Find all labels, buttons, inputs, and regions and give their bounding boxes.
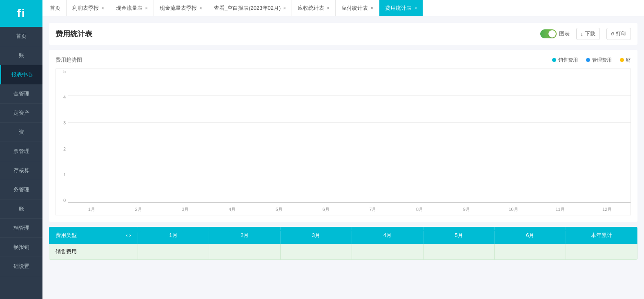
y-label-4: 4 <box>63 95 66 100</box>
print-label: 打印 <box>616 30 626 38</box>
legend-sales-expense: 销售费用 <box>552 57 578 64</box>
download-icon: ↓ <box>581 31 584 37</box>
dot-2 <box>136 228 141 232</box>
content-area: 费用统计表 图表 ↓ 下载 ⎙ 打印 <box>42 16 644 299</box>
dot-6 <box>322 228 327 232</box>
legend-label-finance: 财 <box>626 57 631 64</box>
sidebar-item-settings[interactable]: 础设置 <box>0 257 42 276</box>
legend-dot-sales <box>552 58 556 62</box>
legend-dot-finance <box>620 58 624 62</box>
x-label-2: 2月 <box>115 206 162 213</box>
tab-home[interactable]: 首页 <box>44 0 67 16</box>
y-label-5: 5 <box>63 69 66 74</box>
toggle-label: 图表 <box>559 30 570 38</box>
tab-blank-report[interactable]: 查看_空白报表(2023年02月) × <box>208 0 292 16</box>
x-axis-labels: 1月 2月 3月 4月 5月 6月 7月 8月 9月 10月 11月 12月 <box>68 204 631 215</box>
tab-cashflow-label: 现金流量表 <box>116 4 143 12</box>
x-label-9: 9月 <box>443 206 490 213</box>
th-type-label: 费用类型 <box>56 232 77 239</box>
toggle-thumb <box>548 30 556 38</box>
print-button[interactable]: ⎙ 打印 <box>606 28 631 40</box>
dot-9 <box>461 228 467 232</box>
tab-profit-quarterly[interactable]: 利润表季报 × <box>67 0 110 16</box>
tab-home-label: 首页 <box>50 4 60 12</box>
td-sales-m1 <box>138 244 209 259</box>
sidebar-item-expense-report[interactable]: 畅报销 <box>0 238 42 257</box>
sidebar-item-fixed-assets[interactable]: 定资产 <box>0 104 42 123</box>
td-sales-m3 <box>281 244 352 259</box>
x-label-1: 1月 <box>68 206 115 213</box>
y-label-3: 3 <box>63 120 66 125</box>
chart-title: 费用趋势图 <box>56 56 82 64</box>
td-sales-yearly <box>566 244 637 259</box>
tab-bar: 首页 利润表季报 × 现金流量表 × 现金流量表季报 × 查看_空白报表(202… <box>42 0 644 16</box>
sidebar: fi 首页 账 报表中心 金管理 定资产 资 票管理 存核算 务管理 账 档管理… <box>0 0 42 299</box>
legend-label-admin: 管理费用 <box>592 57 612 64</box>
dot-3 <box>182 228 187 232</box>
tab-receivable[interactable]: 应收统计表 × <box>292 0 336 16</box>
tab-expense-stats[interactable]: 费用统计表 × <box>379 0 423 16</box>
sidebar-item-inventory[interactable]: 存核算 <box>0 161 42 180</box>
x-label-12: 12月 <box>584 206 631 213</box>
tab-blank-report-close[interactable]: × <box>283 5 286 11</box>
chart-toggle[interactable]: 图表 <box>540 29 570 38</box>
sidebar-item-invoice-mgmt[interactable]: 票管理 <box>0 142 42 161</box>
sidebar-item-home[interactable]: 首页 <box>0 27 42 46</box>
x-label-11: 11月 <box>537 206 584 213</box>
tab-cashflow-quarterly[interactable]: 现金流量表季报 × <box>154 0 208 16</box>
td-sales-m5 <box>423 244 495 259</box>
tab-cashflow-quarterly-close[interactable]: × <box>199 5 202 11</box>
dot-10 <box>508 228 513 232</box>
y-label-1: 1 <box>63 172 66 177</box>
chart-section: 费用趋势图 销售费用 管理费用 财 <box>49 50 637 222</box>
legend-label-sales: 销售费用 <box>558 57 578 64</box>
th-arrow-right[interactable]: › <box>129 233 131 238</box>
dot-12 <box>601 228 606 232</box>
legend-finance-expense: 财 <box>620 57 631 64</box>
download-button[interactable]: ↓ 下载 <box>576 28 600 40</box>
tab-cashflow-quarterly-label: 现金流量表季报 <box>160 4 197 12</box>
tab-expense-stats-close[interactable]: × <box>414 5 417 11</box>
tab-cashflow[interactable]: 现金流量表 × <box>110 0 154 16</box>
tab-payable-label: 应付统计表 <box>341 4 368 12</box>
x-label-8: 8月 <box>396 206 443 213</box>
x-label-3: 3月 <box>162 206 209 213</box>
legend-dot-admin <box>586 58 590 62</box>
sidebar-item-ledger[interactable]: 账 <box>0 199 42 219</box>
y-axis-labels: 5 4 3 2 1 0 <box>56 69 68 203</box>
td-type-sales: 销售费用 <box>49 244 138 259</box>
toggle-track[interactable] <box>540 29 557 38</box>
tab-payable-close[interactable]: × <box>370 5 373 11</box>
legend-admin-expense: 管理费用 <box>586 57 612 64</box>
tab-cashflow-close[interactable]: × <box>145 5 148 11</box>
tab-profit-quarterly-close[interactable]: × <box>101 5 104 11</box>
page-title: 费用统计表 <box>56 29 92 39</box>
sidebar-item-cash-mgmt[interactable]: 金管理 <box>0 84 42 104</box>
tab-expense-stats-label: 费用统计表 <box>385 4 412 12</box>
download-label: 下载 <box>585 30 595 38</box>
chart-header: 费用趋势图 销售费用 管理费用 财 <box>56 56 631 64</box>
page-header: 费用统计表 图表 ↓ 下载 ⎙ 打印 <box>49 23 637 45</box>
dot-5 <box>275 228 281 232</box>
dot-4 <box>229 228 234 232</box>
sidebar-logo: fi <box>0 0 42 27</box>
sidebar-item-archive-mgmt[interactable]: 档管理 <box>0 219 42 238</box>
x-label-10: 10月 <box>490 206 537 213</box>
y-label-0: 0 <box>63 198 66 203</box>
tab-payable[interactable]: 应付统计表 × <box>336 0 379 16</box>
sidebar-item-capital[interactable]: 资 <box>0 123 42 142</box>
x-label-4: 4月 <box>209 206 256 213</box>
x-label-5: 5月 <box>256 206 303 213</box>
tab-receivable-close[interactable]: × <box>327 5 330 11</box>
sidebar-item-account[interactable]: 账 <box>0 46 42 65</box>
chart-container: 5 4 3 2 1 0 <box>56 69 631 215</box>
th-arrow-left[interactable]: ‹ <box>126 233 128 238</box>
tab-blank-report-label: 查看_空白报表(2023年02月) <box>214 4 281 12</box>
td-sales-m6 <box>495 244 566 259</box>
tab-profit-quarterly-label: 利润表季报 <box>72 4 99 12</box>
sidebar-item-service-mgmt[interactable]: 务管理 <box>0 180 42 199</box>
dot-11 <box>554 228 559 232</box>
dot-7 <box>368 228 374 232</box>
sidebar-item-report-center[interactable]: 报表中心 <box>0 65 42 84</box>
print-icon: ⎙ <box>611 31 614 37</box>
